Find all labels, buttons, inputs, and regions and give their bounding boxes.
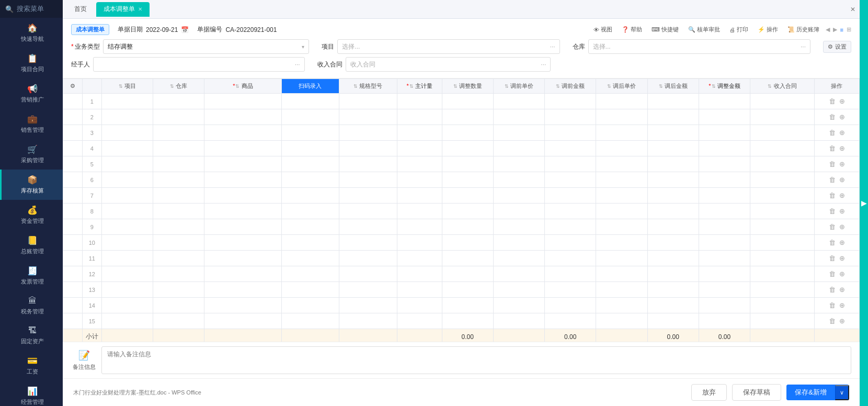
row-2-adj-amount[interactable] (699, 109, 750, 125)
row-14-pre-unit-price[interactable] (493, 298, 544, 313)
row-7-scan-entry[interactable] (281, 188, 339, 204)
sidebar-item-invoice-mgmt[interactable]: 🧾 发票管理 (0, 261, 63, 291)
window-close-icon[interactable]: ✕ (850, 6, 855, 13)
tab-home[interactable]: 首页 (67, 2, 94, 17)
save-new-main-button[interactable]: 保存&新增 (786, 385, 835, 400)
delete-row-15-icon[interactable]: 🗑 (829, 317, 836, 325)
row-7-adj-qty[interactable] (442, 188, 493, 204)
row-6-post-unit-price[interactable] (596, 172, 647, 188)
row-8-warehouse[interactable] (153, 204, 204, 219)
row-12-pre-unit-price[interactable] (493, 266, 544, 282)
row-11-adj-amount[interactable] (699, 251, 750, 266)
row-11-pre-unit-price[interactable] (493, 251, 544, 266)
row-15-project[interactable] (101, 313, 153, 329)
calendar-icon[interactable]: 📅 (181, 26, 189, 33)
row-9-post-unit-price[interactable] (596, 219, 647, 235)
copy-row-10-icon[interactable]: ⊕ (839, 239, 845, 246)
row-5-post-amount[interactable] (647, 156, 699, 172)
row-1-scan-entry[interactable] (281, 94, 339, 109)
row-2-income-contract[interactable] (750, 109, 815, 125)
row-3-project[interactable] (101, 125, 153, 141)
row-6-income-contract[interactable] (750, 172, 815, 188)
row-5-unit[interactable] (397, 156, 442, 172)
row-3-pre-unit-price[interactable] (493, 125, 544, 141)
right-panel-indicator[interactable]: ▶ (860, 0, 868, 406)
income-contract-input[interactable]: 收入合同 ··· (346, 57, 551, 72)
row-2-pre-unit-price[interactable] (493, 109, 544, 125)
row-14-pre-amount[interactable] (545, 298, 596, 313)
row-5-product[interactable] (204, 156, 281, 172)
row-1-post-amount[interactable] (647, 94, 699, 109)
row-10-adj-qty[interactable] (442, 235, 493, 251)
sidebar-item-sales-mgmt[interactable]: 💼 销售管理 (0, 109, 63, 139)
sidebar-item-project-contract[interactable]: 📋 项目合同 (0, 48, 63, 78)
row-3-product[interactable] (204, 125, 281, 141)
row-8-project[interactable] (101, 204, 153, 219)
row-11-project[interactable] (101, 251, 153, 266)
row-7-warehouse[interactable] (153, 188, 204, 204)
copy-row-9-icon[interactable]: ⊕ (839, 223, 845, 231)
row-10-income-contract[interactable] (750, 235, 815, 251)
row-3-post-unit-price[interactable] (596, 125, 647, 141)
sidebar-item-inventory[interactable]: 📦 库存核算 (0, 170, 63, 200)
row-2-unit[interactable] (397, 109, 442, 125)
row-6-pre-amount[interactable] (545, 172, 596, 188)
row-11-unit[interactable] (397, 251, 442, 266)
delete-row-12-icon[interactable]: 🗑 (829, 270, 836, 278)
row-8-adj-amount[interactable] (699, 204, 750, 219)
row-10-project[interactable] (101, 235, 153, 251)
copy-row-12-icon[interactable]: ⊕ (839, 270, 845, 278)
row-13-pre-amount[interactable] (545, 282, 596, 298)
row-3-unit[interactable] (397, 125, 442, 141)
row-1-adj-amount[interactable] (699, 94, 750, 109)
row-1-post-unit-price[interactable] (596, 94, 647, 109)
row-8-post-unit-price[interactable] (596, 204, 647, 219)
row-13-income-contract[interactable] (750, 282, 815, 298)
row-10-post-unit-price[interactable] (596, 235, 647, 251)
row-13-post-unit-price[interactable] (596, 282, 647, 298)
row-15-income-contract[interactable] (750, 313, 815, 329)
copy-row-4-icon[interactable]: ⊕ (839, 144, 845, 152)
nav-next-icon[interactable]: ▶ (833, 26, 837, 33)
row-14-adj-qty[interactable] (442, 298, 493, 313)
row-8-spec[interactable] (339, 204, 397, 219)
row-8-pre-amount[interactable] (545, 204, 596, 219)
row-6-adj-amount[interactable] (699, 172, 750, 188)
copy-row-7-icon[interactable]: ⊕ (839, 191, 845, 199)
row-13-adj-amount[interactable] (699, 282, 750, 298)
review-btn[interactable]: 🔍 核单审批 (685, 25, 723, 35)
delete-row-1-icon[interactable]: 🗑 (829, 97, 836, 105)
row-12-project[interactable] (101, 266, 153, 282)
discard-button[interactable]: 放弃 (691, 384, 727, 401)
row-4-income-contract[interactable] (750, 141, 815, 156)
row-3-post-amount[interactable] (647, 125, 699, 141)
row-14-spec[interactable] (339, 298, 397, 313)
row-3-spec[interactable] (339, 125, 397, 141)
row-13-scan-entry[interactable] (281, 282, 339, 298)
row-14-post-unit-price[interactable] (596, 298, 647, 313)
row-13-unit[interactable] (397, 282, 442, 298)
sidebar-item-tax-mgmt[interactable]: 🏛 税务管理 (0, 291, 63, 321)
row-8-scan-entry[interactable] (281, 204, 339, 219)
row-7-project[interactable] (101, 188, 153, 204)
row-14-warehouse[interactable] (153, 298, 204, 313)
row-4-scan-entry[interactable] (281, 141, 339, 156)
row-7-pre-unit-price[interactable] (493, 188, 544, 204)
row-8-pre-unit-price[interactable] (493, 204, 544, 219)
row-9-product[interactable] (204, 219, 281, 235)
row-7-product[interactable] (204, 188, 281, 204)
row-4-spec[interactable] (339, 141, 397, 156)
row-15-adj-amount[interactable] (699, 313, 750, 329)
warehouse-input[interactable]: 选择... ··· (588, 39, 810, 54)
row-6-product[interactable] (204, 172, 281, 188)
row-4-warehouse[interactable] (153, 141, 204, 156)
row-7-unit[interactable] (397, 188, 442, 204)
row-4-pre-amount[interactable] (545, 141, 596, 156)
copy-row-8-icon[interactable]: ⊕ (839, 207, 845, 215)
row-1-warehouse[interactable] (153, 94, 204, 109)
row-10-scan-entry[interactable] (281, 235, 339, 251)
copy-row-6-icon[interactable]: ⊕ (839, 176, 845, 184)
view-list-icon[interactable]: ≡ (840, 27, 843, 33)
row-10-warehouse[interactable] (153, 235, 204, 251)
row-10-post-amount[interactable] (647, 235, 699, 251)
